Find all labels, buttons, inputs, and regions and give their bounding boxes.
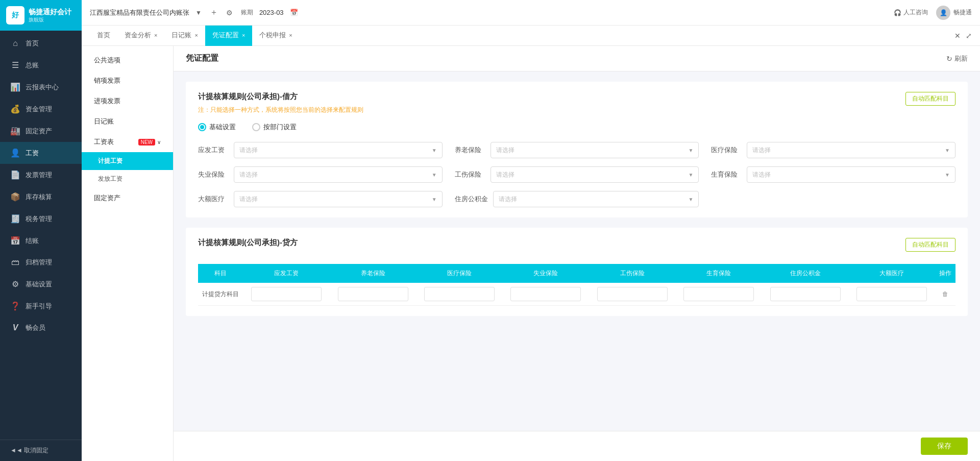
menu-item-public[interactable]: 公共选项 [82,50,173,70]
page-title: 凭证配置 [186,53,218,64]
field-housing-fund: 住房公积金 请选择 ▼ [455,191,699,207]
sidebar-item-tax[interactable]: 🧾 税务管理 [0,208,82,230]
work-injury-label: 工伤保险 [455,170,485,179]
unpin-button[interactable]: ◄◄ 取消固定 [0,440,82,461]
sidebar-item-salary[interactable]: 👤 工资 [0,142,82,164]
tab-funds-close[interactable]: × [154,32,157,38]
user-profile[interactable]: 👤 畅捷通 [936,6,972,20]
sidebar-item-settings[interactable]: ⚙ 基础设置 [0,273,82,295]
calendar-icon[interactable]: 📅 [290,9,298,16]
sidebar-item-reports[interactable]: 📊 云报表中心 [0,76,82,98]
radio-basic[interactable]: 基础设置 [198,123,236,132]
radio-basic-circle [198,123,206,131]
radio-dept[interactable]: 按部门设置 [252,123,297,132]
ledger-icon: ☰ [10,60,20,70]
sidebar-item-home[interactable]: ⌂ 首页 [0,33,82,54]
invoice-icon: 📄 [10,170,20,180]
tab-journal[interactable]: 日记账 × [164,26,205,46]
input-major-medical[interactable] [856,287,927,301]
settings-icon: ⚙ [10,279,20,289]
sidebar-item-archive[interactable]: 🗃 归档管理 [0,252,82,273]
input-work-injury[interactable] [597,287,668,301]
radio-group: 基础设置 按部门设置 [198,123,955,132]
housing-fund-arrow: ▼ [688,197,693,202]
pension-select[interactable]: 请选择 ▼ [491,142,699,158]
maternity-select[interactable]: 请选择 ▼ [747,166,955,183]
input-maternity[interactable] [683,287,754,301]
col-major-medical: 大额医疗 [848,264,935,283]
salary-icon: 👤 [10,148,20,158]
input-salary[interactable] [251,287,322,301]
salary-payable-select[interactable]: 请选择 ▼ [234,142,443,158]
input-housing[interactable] [770,287,841,301]
row-label: 计提贷方科目 [198,283,243,306]
content-header: 凭证配置 ↻ 刷新 [174,46,980,71]
credit-auto-match-button[interactable]: 自动匹配科目 [905,238,955,252]
sidebar-item-inventory[interactable]: 📦 库存核算 [0,186,82,208]
major-medical-arrow: ▼ [432,197,437,202]
unemployment-select[interactable]: 请选择 ▼ [234,166,443,183]
table-row: 计提贷方科目 🗑 [198,283,955,306]
maternity-label: 生育保险 [711,170,742,179]
refresh-button[interactable]: ↻ 刷新 [946,54,968,63]
help-button[interactable]: 🎧 人工咨询 [894,8,928,17]
expand-icon: ∨ [157,139,161,145]
tab-funds-label: 资金分析 [125,31,151,40]
period-value: 2023-03 [259,9,284,16]
close-tab-button[interactable]: ✕ [954,32,961,40]
menu-item-salary-table[interactable]: 工资表 NEW ∨ [82,132,173,152]
sidebar-item-closing[interactable]: 📅 结账 [0,230,82,252]
save-button[interactable]: 保存 [921,438,968,455]
refresh-icon: ↻ [946,55,952,63]
cell-action: 🗑 [935,283,955,306]
tab-tax-label: 个税申报 [259,31,286,40]
tab-tax[interactable]: 个税申报 × [252,26,299,46]
radio-dept-label: 按部门设置 [263,123,297,132]
debit-auto-match-button[interactable]: 自动匹配科目 [905,92,955,106]
tab-voucher[interactable]: 凭证配置 × [205,26,252,46]
menu-item-sales[interactable]: 销项发票 [82,70,173,91]
col-maternity: 生育保险 [676,264,762,283]
input-medical[interactable] [424,287,495,301]
debit-section-title: 计提核算规则(公司承担)-借方 [198,92,955,102]
sidebar-label-tax: 税务管理 [26,214,52,224]
housing-fund-select[interactable]: 请选择 ▼ [493,191,699,207]
add-company-button[interactable]: ＋ [208,7,220,18]
sidebar-item-guide[interactable]: ❓ 新手引导 [0,295,82,317]
unemployment-placeholder: 请选择 [239,171,258,179]
delete-row-icon[interactable]: 🗑 [942,290,948,298]
settings-gear-icon[interactable]: ⚙ [226,9,233,17]
tab-funds[interactable]: 资金分析 × [117,26,164,46]
tab-tax-close[interactable]: × [289,32,292,38]
sidebar-nav: ⌂ 首页 ☰ 总账 📊 云报表中心 💰 资金管理 🏭 固定资产 👤 工资 📄 发… [0,31,82,440]
cell-salary [243,283,330,306]
sidebar: 好 畅捷通好会计 旗舰版 ⌂ 首页 ☰ 总账 📊 云报表中心 💰 资金管理 🏭 … [0,0,82,461]
tab-journal-close[interactable]: × [194,32,198,38]
company-name: 江西服宝精品有限责任公司内账张 [90,8,189,17]
sidebar-item-funds[interactable]: 💰 资金管理 [0,98,82,120]
sidebar-item-invoice[interactable]: 📄 发票管理 [0,164,82,186]
field-pension: 养老保险 请选择 ▼ [455,142,699,158]
menu-calc-salary-label: 计提工资 [98,157,122,164]
input-unemployment[interactable] [510,287,581,301]
major-medical-select[interactable]: 请选择 ▼ [234,191,443,207]
page-body: 公共选项 销项发票 进项发票 日记账 工资表 NEW ∨ 计提工资 [82,46,980,461]
company-dropdown-icon[interactable]: ▼ [195,9,202,16]
pension-label: 养老保险 [455,145,485,155]
menu-item-calc-salary[interactable]: 计提工资 [82,152,173,170]
tab-voucher-close[interactable]: × [242,32,245,38]
tab-home[interactable]: 首页 [90,26,117,46]
medical-select[interactable]: 请选择 ▼ [747,142,955,158]
menu-item-pay-salary[interactable]: 发放工资 [82,170,173,188]
col-medical: 医疗保险 [416,264,502,283]
input-pension[interactable] [338,287,408,301]
sidebar-item-ledger[interactable]: ☰ 总账 [0,54,82,76]
maximize-tab-button[interactable]: ⤢ [966,32,972,40]
work-injury-select[interactable]: 请选择 ▼ [491,166,699,183]
menu-item-purchase[interactable]: 进项发票 [82,91,173,111]
menu-item-diary[interactable]: 日记账 [82,111,173,132]
menu-item-fixed-assets[interactable]: 固定资产 [82,188,173,208]
sidebar-item-member[interactable]: V 畅会员 [0,317,82,338]
medical-placeholder: 请选择 [752,146,771,155]
sidebar-item-assets[interactable]: 🏭 固定资产 [0,120,82,142]
